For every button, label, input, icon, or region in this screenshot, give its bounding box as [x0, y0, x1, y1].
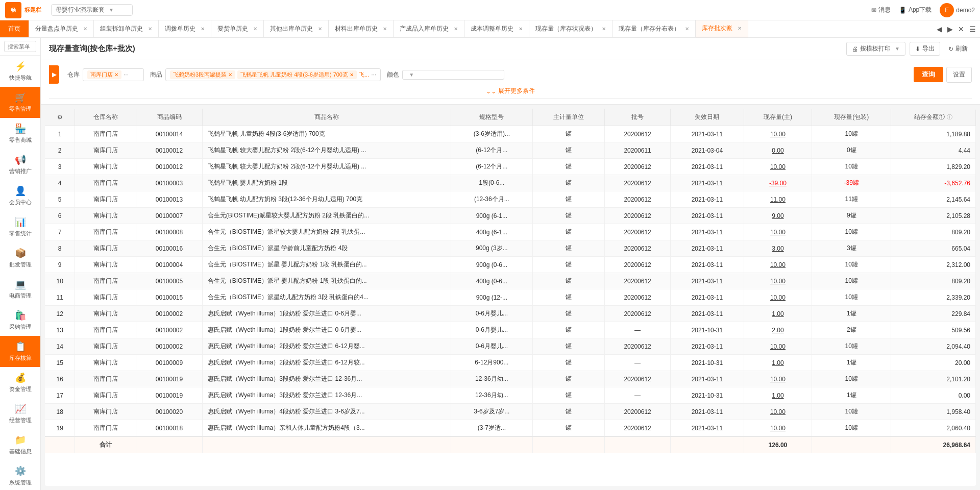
color-tag-group[interactable]: ▼ — [402, 70, 504, 80]
cell-qty-pkg: 10罐 — [812, 224, 891, 240]
tab-cai-liao[interactable]: 材料出库单历史 ✕ — [329, 20, 394, 38]
sidebar-item-jing-ying[interactable]: 📈 经营管理 — [0, 398, 40, 429]
sidebar-item-hui-yuan[interactable]: 👤 会员中心 — [0, 180, 40, 211]
sidebar-item-ku-cun[interactable]: 📋 库存核算 — [0, 336, 40, 367]
cell-qty[interactable]: -39.00 — [744, 175, 812, 191]
message-btn[interactable]: ✉ 消息 — [871, 6, 891, 14]
tab-xian-cun-ku-close[interactable]: ✕ — [602, 26, 606, 32]
cell-qty[interactable]: 10.00 — [744, 289, 812, 306]
tab-pi-ci-close[interactable]: ✕ — [738, 26, 742, 31]
cell-amount: 229.84 — [891, 306, 976, 322]
cell-qty[interactable]: 3.00 — [744, 240, 812, 257]
setting-btn[interactable]: 设置 — [946, 67, 972, 83]
amount-info-icon[interactable]: ⓘ — [947, 114, 952, 120]
refresh-btn[interactable]: ↻ 刷新 — [944, 42, 972, 55]
tab-zu-chai[interactable]: 组装拆卸单历史 ✕ — [94, 20, 159, 38]
tab-yao-huo-close[interactable]: ✕ — [253, 26, 257, 32]
cell-qty[interactable]: 0.00 — [744, 142, 812, 159]
cell-unit: 罐 — [533, 257, 605, 273]
filter-area: ▶ 仓库 南库门店 ✕ ··· 商品 — [41, 60, 980, 105]
goods-more[interactable]: 飞... — [359, 71, 369, 79]
expand-btn[interactable]: ⌄⌄ 展开更多条件 — [486, 87, 535, 95]
export-icon: ⬇ — [915, 45, 920, 53]
tab-cheng-ben-close[interactable]: ✕ — [519, 26, 523, 32]
cell-qty[interactable]: 10.00 — [744, 224, 812, 240]
cell-name: 惠氏启赋（Wyeth illuma）1段奶粉 爱尔兰进口 0-6月婴... — [202, 322, 451, 338]
tab-fen-pan[interactable]: 分量盘点单历史 ✕ — [29, 20, 94, 38]
tab-cheng-ben[interactable]: 成本调整单历史 ✕ — [464, 20, 529, 38]
goods-tag-group[interactable]: 飞鹤奶粉3段丙罐提装 ✕ 飞鹤星飞帆 儿童奶粉 4段(3-6岁适用) 700克 … — [165, 68, 381, 81]
cell-qty[interactable]: 10.00 — [744, 126, 812, 142]
cell-qty[interactable]: 1.00 — [744, 306, 812, 322]
tab-chan-pin[interactable]: 产成品入库单历史 ✕ — [394, 20, 464, 38]
org-selector[interactable]: 母婴行业演示账套 ▼ — [51, 4, 133, 16]
query-btn[interactable]: 查询 — [914, 67, 943, 82]
warehouse-filter: 仓库 南库门店 ✕ ··· — [67, 68, 144, 81]
tab-chan-pin-close[interactable]: ✕ — [454, 26, 458, 32]
tab-next-btn[interactable]: ▶ — [945, 24, 955, 34]
setting-label: 设置 — [953, 71, 965, 78]
tab-menu-btn[interactable]: ☰ — [967, 24, 978, 34]
tab-fen-pan-label: 分量盘点单历史 — [35, 24, 78, 33]
sidebar-item-zi-jin[interactable]: 💰 资金管理 — [0, 367, 40, 398]
tab-tiao-bo[interactable]: 调拨单历史 ✕ — [159, 20, 211, 38]
cell-qty-pkg: 10罐 — [812, 404, 891, 420]
cell-qty[interactable]: 10.00 — [744, 371, 812, 387]
tab-xian-cun-ku[interactable]: 现存量（库存状况表） ✕ — [529, 20, 612, 38]
cell-no: 1 — [45, 126, 75, 142]
sidebar-item-xi-tong[interactable]: ⚙️ 系统管理 — [0, 460, 40, 490]
sidebar-item-cai-gou[interactable]: 🛍️ 采购管理 — [0, 305, 40, 336]
tab-qi-ta[interactable]: 其他出库单历史 ✕ — [264, 20, 329, 38]
user-area[interactable]: E demo2 — [940, 3, 975, 17]
export-btn[interactable]: ⬇ 导出 — [910, 42, 940, 56]
col-setting[interactable]: ⚙ — [45, 109, 75, 126]
tab-zu-chai-close[interactable]: ✕ — [148, 26, 152, 32]
tab-pi-ci[interactable]: 库存批次账 ✕ — [696, 20, 748, 38]
cell-qty[interactable]: 10.00 — [744, 159, 812, 175]
cell-batch: 20200612 — [604, 257, 670, 273]
sidebar-item-ling-shou-shang[interactable]: 🏪 零售商城 — [0, 118, 40, 149]
cell-code: 00100019 — [136, 387, 202, 404]
tab-home[interactable]: 首页 — [0, 20, 29, 38]
tab-tiao-bo-close[interactable]: ✕ — [201, 26, 205, 32]
cell-qty[interactable]: 10.00 — [744, 273, 812, 289]
tab-prev-btn[interactable]: ◀ — [935, 24, 944, 34]
goods-tag-1-close[interactable]: ✕ — [228, 72, 232, 78]
cell-qty[interactable]: 9.00 — [744, 208, 812, 224]
cell-qty[interactable]: 11.00 — [744, 191, 812, 208]
warehouse-dots[interactable]: ··· — [124, 71, 129, 78]
print-btn[interactable]: 🖨 查询 按模板打印 ▼ — [846, 42, 905, 56]
cell-qty[interactable]: 10.00 — [744, 404, 812, 420]
scroll-left-btn[interactable]: ▶ — [49, 65, 59, 84]
sidebar-item-ji-chu[interactable]: 📁 基础信息 — [0, 429, 40, 460]
cell-qty[interactable]: 10.00 — [744, 338, 812, 355]
app-download-btn[interactable]: 📱 App下载 — [899, 6, 932, 14]
tab-xian-cun-fen[interactable]: 现存量（库存分布表） ✕ — [612, 20, 696, 38]
cell-unit: 罐 — [533, 289, 605, 306]
cell-qty[interactable]: 2.00 — [744, 322, 812, 338]
goods-dots[interactable]: ··· — [371, 71, 376, 78]
tab-cai-liao-close[interactable]: ✕ — [383, 26, 387, 32]
goods-tag-2-close[interactable]: ✕ — [350, 72, 354, 78]
tab-qi-ta-close[interactable]: ✕ — [318, 26, 322, 32]
sidebar-item-ying-xiao[interactable]: 📢 营销推广 — [0, 149, 40, 180]
tab-xian-cun-fen-close[interactable]: ✕ — [685, 26, 689, 32]
cell-spec: (6-12个月... — [451, 159, 533, 175]
warehouse-tag-group[interactable]: 南库门店 ✕ ··· — [83, 68, 144, 81]
sidebar-item-dian-shang[interactable]: 💻 电商管理 — [0, 274, 40, 305]
warehouse-tag-1-close[interactable]: ✕ — [114, 72, 118, 78]
tab-close-all-btn[interactable]: ✕ — [956, 24, 966, 34]
search-input[interactable] — [4, 41, 36, 52]
cell-qty[interactable]: 1.00 — [744, 355, 812, 371]
tab-fen-pan-close[interactable]: ✕ — [83, 26, 87, 32]
tab-yao-huo[interactable]: 要货单历史 ✕ — [211, 20, 264, 38]
print-icon: 🖨 — [852, 45, 858, 53]
tab-nav: ◀ ▶ ✕ ☰ — [933, 24, 980, 34]
cell-qty[interactable]: 10.00 — [744, 257, 812, 273]
ying-xiao-label: 营销推广 — [9, 167, 32, 175]
cell-qty[interactable]: 1.00 — [744, 387, 812, 404]
sidebar-item-ling-shou-tong[interactable]: 📊 零售统计 — [0, 211, 40, 242]
sidebar-item-ling-shou[interactable]: 🛒 零售管理 — [0, 87, 40, 118]
sidebar-item-pi-fa[interactable]: 📦 批发管理 — [0, 242, 40, 274]
cell-qty[interactable]: 10.00 — [744, 420, 812, 437]
